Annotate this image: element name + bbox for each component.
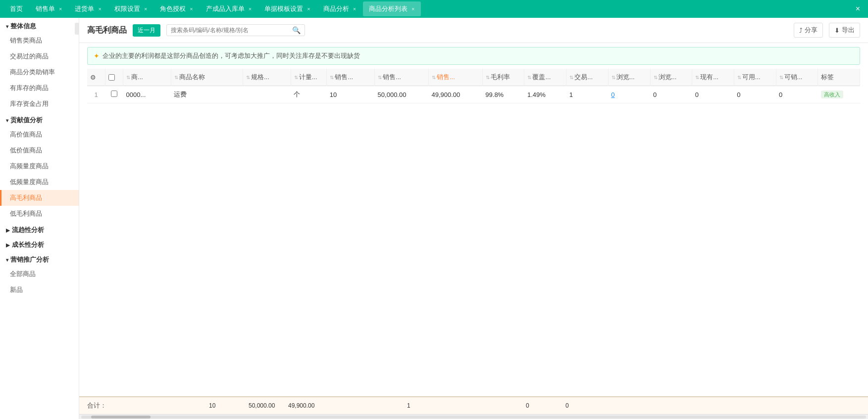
sidebar-group-marketing[interactable]: ▾ 营销推广分析: [0, 251, 79, 266]
cell-checkbox[interactable]: [105, 86, 123, 103]
th-tag[interactable]: 标签: [818, 69, 860, 86]
th-sales-qty[interactable]: ⇅ 销售...: [327, 69, 375, 86]
footer-transaction: 1: [404, 402, 444, 409]
cell-browse2: 0: [650, 86, 692, 103]
th-browse1[interactable]: ⇅ 浏览...: [608, 69, 650, 86]
nav-analysis-close[interactable]: ×: [353, 6, 356, 12]
sidebar-group-trend[interactable]: ▶ 流趋性分析: [0, 222, 79, 236]
nav-permission[interactable]: 权限设置 ×: [108, 1, 153, 16]
sidebar-item-all-goods[interactable]: 全部商品: [0, 266, 79, 282]
nav-role-close[interactable]: ×: [190, 6, 193, 12]
sidebar-collapse-button[interactable]: 《: [75, 23, 79, 35]
cell-transaction: 1: [566, 86, 609, 103]
sidebar-item-high-value[interactable]: 高价值商品: [0, 127, 79, 142]
th-checkbox[interactable]: [105, 69, 123, 86]
nav-template-close[interactable]: ×: [307, 6, 310, 12]
sidebar-item-goods-assist[interactable]: 商品分类助销率: [0, 64, 79, 80]
cell-browse1[interactable]: 0: [608, 86, 650, 103]
sidebar-item-label: 高毛利商品: [10, 194, 42, 201]
th-unit[interactable]: ⇅ 计量...: [291, 69, 327, 86]
nav-home[interactable]: 首页: [4, 1, 29, 16]
export-button[interactable]: ⬇ 导出: [829, 23, 860, 38]
sidebar-item-new-goods[interactable]: 新品: [0, 282, 79, 298]
sort-icon: ⇅: [294, 75, 298, 80]
th-browse2[interactable]: ⇅ 浏览...: [650, 69, 692, 86]
nav-analysis-list-close[interactable]: ×: [411, 6, 414, 12]
table-row: 1 0000... 运费 个 10 50,000.00 49,900.00 99…: [87, 86, 860, 103]
sidebar-item-low-freq[interactable]: 低频量度商品: [0, 174, 79, 190]
cell-gross-rate: 99.8%: [482, 86, 524, 103]
sidebar-item-inventory-goods[interactable]: 有库存的商品: [0, 80, 79, 96]
nav-purchase-close[interactable]: ×: [98, 6, 101, 12]
th-spec[interactable]: ⇅ 规格...: [243, 69, 291, 86]
search-icon[interactable]: 🔍: [292, 26, 301, 34]
nav-sales-close[interactable]: ×: [59, 6, 62, 12]
th-settings[interactable]: ⚙: [87, 69, 105, 86]
footer-cells: 10 50,000.00 49,900.00 1 0 0: [127, 402, 860, 409]
footer-coverage: [364, 402, 404, 409]
sidebar-item-low-margin[interactable]: 低毛利商品: [0, 206, 79, 222]
sidebar-group-wealth-label: 贡献值分析: [10, 116, 43, 125]
nav-role[interactable]: 角色授权 ×: [154, 1, 199, 16]
close-all-tabs[interactable]: ×: [852, 2, 864, 15]
nav-analysis-list[interactable]: 商品分析列表 ×: [363, 1, 420, 16]
sidebar-item-traded-goods[interactable]: 交易过的商品: [0, 48, 79, 64]
sidebar: 《 ▾ 整体信息 销售类商品 交易过的商品 商品分类助销率 有库存的商品 库存资…: [0, 18, 79, 419]
nav-template[interactable]: 单据模板设置 ×: [258, 1, 316, 16]
th-coverage[interactable]: ⇅ 覆盖...: [524, 69, 566, 86]
sidebar-group-trend-label: 流趋性分析: [12, 226, 44, 234]
sort-icon: ⇅: [330, 75, 334, 80]
sort-icon: ⇅: [654, 75, 658, 80]
sidebar-group-overall[interactable]: ▾ 整体信息: [0, 18, 79, 33]
nav-sales[interactable]: 销售单 ×: [30, 1, 68, 16]
sort-icon: ⇅: [695, 75, 699, 80]
sidebar-item-low-value[interactable]: 低价值商品: [0, 142, 79, 158]
sidebar-item-label: 高价值商品: [10, 131, 42, 138]
settings-icon[interactable]: ⚙: [90, 74, 96, 81]
top-navigation: 首页 销售单 × 进货单 × 权限设置 × 角色授权 × 产成品入库单 × 单据…: [0, 0, 868, 18]
table-header-row: ⚙ ⇅ 商... ⇅: [87, 69, 860, 86]
th-sellable[interactable]: ⇅ 可销...: [776, 69, 818, 86]
nav-analysis[interactable]: 商品分析 ×: [317, 1, 362, 16]
search-input[interactable]: [171, 27, 290, 34]
sort-icon: ⇅: [378, 75, 382, 80]
sidebar-item-label: 销售类商品: [10, 37, 42, 44]
select-all-checkbox[interactable]: [108, 74, 115, 81]
sidebar-group-wealth[interactable]: ▾ 贡献值分析: [0, 112, 79, 127]
th-sales-cost[interactable]: ⇅ 销售...: [428, 69, 482, 86]
th-gross-rate[interactable]: ⇅ 毛利率: [482, 69, 524, 86]
row-checkbox[interactable]: [111, 91, 117, 97]
cell-tag: 高收入: [818, 86, 860, 103]
sidebar-item-label: 低频量度商品: [10, 178, 49, 186]
th-code[interactable]: ⇅ 商...: [123, 69, 171, 86]
main-layout: 《 ▾ 整体信息 销售类商品 交易过的商品 商品分类助销率 有库存的商品 库存资…: [0, 18, 868, 419]
sidebar-item-label: 有库存的商品: [10, 84, 49, 92]
sidebar-item-high-margin[interactable]: 高毛利商品: [0, 190, 79, 206]
time-filter-button[interactable]: 近一月: [133, 24, 160, 37]
arrow-wealth: ▾: [6, 118, 8, 123]
th-current-stock[interactable]: ⇅ 现有...: [692, 69, 734, 86]
sort-icon: ⇅: [432, 75, 436, 80]
th-available-stock[interactable]: ⇅ 可用...: [734, 69, 776, 86]
scrollbar-thumb[interactable]: [91, 416, 151, 419]
nav-inventory-close[interactable]: ×: [249, 6, 252, 12]
share-icon: ⤴: [799, 27, 803, 34]
share-button[interactable]: ⤴ 分享: [794, 23, 823, 38]
sidebar-item-label: 新品: [10, 286, 23, 293]
footer-empty-1: [127, 402, 206, 409]
footer-current-stock: 0: [523, 402, 562, 409]
th-name[interactable]: ⇅ 商品名称: [171, 69, 243, 86]
page-title: 高毛利商品: [87, 25, 127, 36]
nav-inventory[interactable]: 产成品入库单 ×: [200, 1, 257, 16]
th-sales-amount[interactable]: ⇅ 销售...: [375, 69, 429, 86]
sidebar-item-high-freq[interactable]: 高频量度商品: [0, 158, 79, 174]
sidebar-item-inventory-capital[interactable]: 库存资金占用: [0, 96, 79, 112]
nav-purchase[interactable]: 进货单 ×: [69, 1, 107, 16]
sidebar-group-growth[interactable]: ▶ 成长性分析: [0, 236, 79, 251]
th-transaction[interactable]: ⇅ 交易...: [566, 69, 609, 86]
bottom-scrollbar[interactable]: [79, 414, 868, 419]
sidebar-item-label: 低毛利商品: [10, 210, 42, 217]
nav-permission-close[interactable]: ×: [144, 6, 147, 12]
scrollbar-track[interactable]: [81, 416, 866, 419]
sidebar-item-sales-goods[interactable]: 销售类商品: [0, 33, 79, 48]
